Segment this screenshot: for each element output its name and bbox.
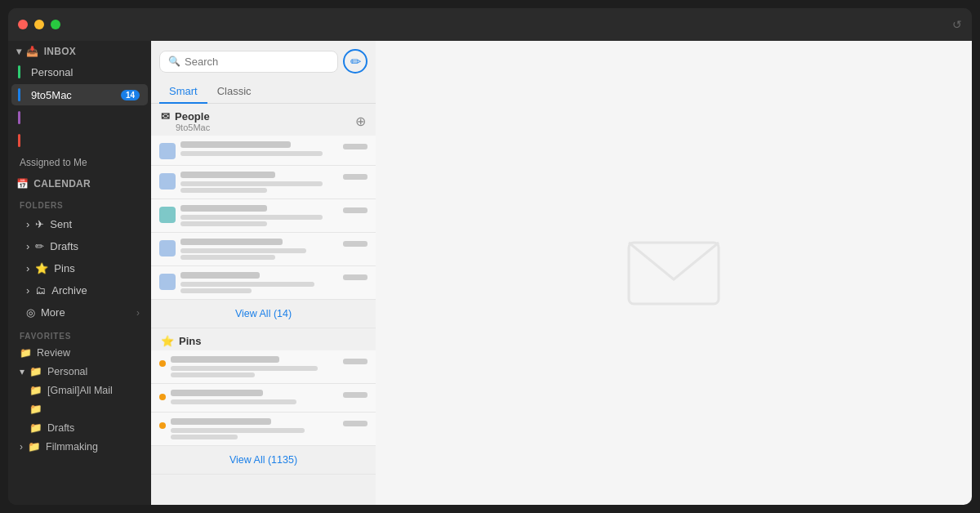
email-subject xyxy=(180,141,291,148)
email-subject xyxy=(180,239,283,245)
pins-title: Pins xyxy=(179,335,201,347)
pin-row[interactable] xyxy=(151,384,376,413)
pins-icon: ⭐ xyxy=(35,262,48,274)
drafts-icon: ✏ xyxy=(35,240,44,252)
email-list: ✉ People 9to5Mac ⊕ xyxy=(151,104,376,505)
people-subtitle: 9to5Mac xyxy=(161,123,210,132)
pins-star-icon: ⭐ xyxy=(161,335,174,347)
sidebar-item-drafts2[interactable]: 📁 Drafts xyxy=(8,418,151,437)
sidebar-item-review[interactable]: 📁 Review xyxy=(8,344,151,362)
email-body xyxy=(180,272,338,293)
sidebar-item-personal[interactable]: Personal xyxy=(11,61,148,83)
people-group-action[interactable]: ⊕ xyxy=(355,114,366,129)
search-input-wrap: 🔍 xyxy=(159,51,338,73)
pins-view-all[interactable]: View All (1135) xyxy=(151,446,376,475)
more-chevron: › xyxy=(136,307,140,319)
archive-label: Archive xyxy=(51,284,87,297)
compose-button[interactable]: ✏ xyxy=(343,49,368,74)
middle-panel: 🔍 ✏ Smart Classic ✉ xyxy=(151,41,376,505)
email-time xyxy=(343,241,368,247)
sidebar-item-more[interactable]: ◎ More › xyxy=(11,302,148,323)
tab-classic[interactable]: Classic xyxy=(207,80,261,104)
sidebar-item-sent[interactable]: › ✈ Sent xyxy=(11,214,148,234)
sidebar-item-archive[interactable]: › 🗂 Archive xyxy=(11,280,148,301)
people-envelope-icon: ✉ xyxy=(161,110,170,123)
sidebar-inbox-header[interactable]: ▾ 📥 INBOX xyxy=(8,41,151,60)
sidebar-item-personal-folder[interactable]: ▾ 📁 Personal xyxy=(8,362,151,381)
title-bar: ↺ xyxy=(8,8,972,41)
sidebar: ▾ 📥 INBOX Personal 9to5Mac 14 xyxy=(8,41,151,505)
personal-folder-chevron: ▾ xyxy=(20,366,24,377)
maximize-button[interactable] xyxy=(51,20,60,29)
sidebar-item-assigned[interactable]: Assigned to Me xyxy=(11,153,148,172)
email-row[interactable] xyxy=(151,136,376,166)
avatar xyxy=(159,143,176,159)
people-group-header: ✉ People 9to5Mac ⊕ xyxy=(151,104,376,136)
pins-chevron: › xyxy=(26,262,29,274)
email-preview2 xyxy=(180,255,275,260)
sidebar-item-drafts[interactable]: › ✏ Drafts xyxy=(11,236,148,256)
personal-folder-icon: 📁 xyxy=(29,365,42,377)
gmail-all-mail-label: [Gmail]All Mail xyxy=(47,385,113,396)
people-group-title: ✉ People xyxy=(161,110,210,123)
avatar xyxy=(159,240,176,256)
sidebar-item-unnamed2[interactable] xyxy=(11,130,148,151)
subfolder-icon: 📁 xyxy=(29,403,42,415)
avatar xyxy=(159,173,176,190)
sidebar-item-subfolder[interactable]: 📁 xyxy=(8,399,151,418)
pin-row[interactable] xyxy=(151,350,376,384)
pins-group-title: ⭐ Pins xyxy=(161,335,201,347)
personal-dot xyxy=(18,65,20,78)
unnamed1-dot xyxy=(18,111,20,124)
email-row[interactable] xyxy=(151,266,376,300)
favorites-section-label: Favorites xyxy=(8,323,151,344)
email-preview2 xyxy=(180,288,252,293)
filmmaking-icon: 📁 xyxy=(28,440,41,453)
email-preview2 xyxy=(180,221,267,226)
email-subject xyxy=(180,272,260,279)
search-input[interactable] xyxy=(185,56,329,68)
compose-icon: ✏ xyxy=(350,54,361,69)
drafts-chevron: › xyxy=(26,240,29,252)
email-subject xyxy=(171,390,263,396)
personal-folder-label: Personal xyxy=(47,366,87,377)
sidebar-item-gmail-all-mail[interactable]: 📁 [Gmail]All Mail xyxy=(8,381,151,399)
email-preview xyxy=(171,366,318,371)
sidebar-item-unnamed1[interactable] xyxy=(11,107,148,128)
email-time xyxy=(343,174,368,180)
filmmaking-label: Filmmaking xyxy=(46,441,98,453)
people-title: People xyxy=(175,110,210,123)
email-time xyxy=(343,359,368,364)
tab-smart[interactable]: Smart xyxy=(159,80,207,104)
right-panel xyxy=(376,41,972,505)
refresh-icon[interactable]: ↺ xyxy=(952,18,962,31)
email-time xyxy=(343,274,368,280)
review-label: Review xyxy=(37,347,70,359)
sidebar-item-filmmaking[interactable]: › 📁 Filmmaking xyxy=(8,437,151,456)
email-body xyxy=(171,418,338,439)
pin-dot xyxy=(159,394,166,400)
calendar-label: CALENDAR xyxy=(33,178,91,190)
people-view-all[interactable]: View All (14) xyxy=(151,300,376,328)
sidebar-item-9to5mac[interactable]: 9to5Mac 14 xyxy=(11,84,148,105)
app-window: ↺ ▾ 📥 INBOX Personal 9to5Mac 14 xyxy=(8,8,972,505)
email-preview xyxy=(180,215,323,220)
sidebar-item-pins[interactable]: › ⭐ Pins xyxy=(11,258,148,279)
email-preview xyxy=(171,399,296,404)
folders-section-label: Folders xyxy=(8,193,151,213)
sent-icon: ✈ xyxy=(35,218,44,230)
email-row[interactable] xyxy=(151,199,376,233)
email-row[interactable] xyxy=(151,166,376,199)
personal-label: Personal xyxy=(31,66,73,78)
pin-row[interactable] xyxy=(151,413,376,446)
close-button[interactable] xyxy=(18,20,28,29)
svg-rect-0 xyxy=(629,243,719,304)
filmmaking-chevron: › xyxy=(20,441,23,453)
email-preview2 xyxy=(171,372,255,377)
email-body xyxy=(171,390,338,406)
minimize-button[interactable] xyxy=(34,20,44,29)
sidebar-calendar-header[interactable]: 📅 CALENDAR xyxy=(8,173,151,193)
tabs: Smart Classic xyxy=(151,80,376,104)
email-preview xyxy=(171,428,305,433)
email-row[interactable] xyxy=(151,233,376,266)
